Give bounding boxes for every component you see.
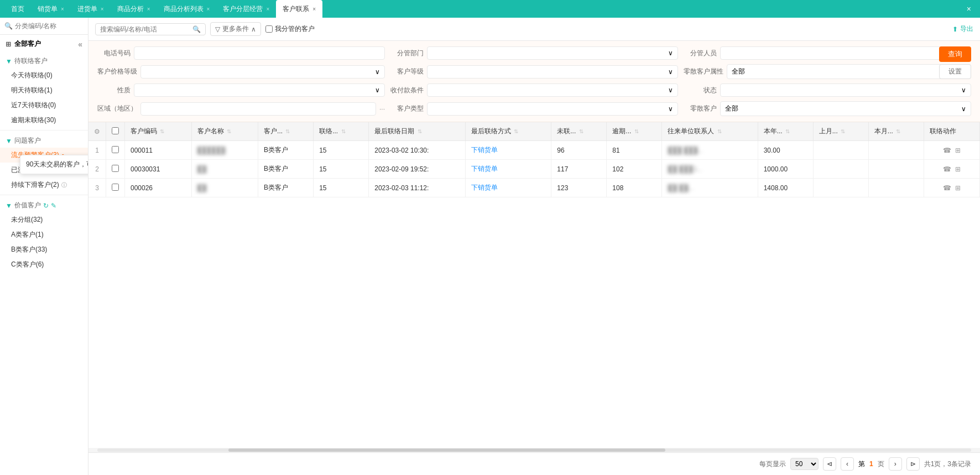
sidebar-item-class-c[interactable]: C类客户(6) <box>0 257 88 272</box>
next-page-btn[interactable]: › <box>889 457 902 471</box>
nav-purchase-order[interactable]: 进货单 × <box>71 0 111 18</box>
sidebar-item-overdue[interactable]: 逾期未联络(30) <box>0 113 88 128</box>
sidebar-item-class-b[interactable]: B类客户(33) <box>0 242 88 257</box>
sidebar-item-ungrouped[interactable]: 未分组(32) <box>0 212 88 227</box>
horizontal-scrollbar[interactable] <box>88 448 980 452</box>
col-this-month[interactable]: 本月... ⇅ <box>868 122 924 141</box>
filter-row-1: 电话号码 分管部门 ∨ 分管人员 ··· <box>97 46 971 60</box>
filter-retail-attr-select[interactable]: 全部 ∨ <box>727 64 971 79</box>
nav-customer-layer[interactable]: 客户分层经营 × <box>216 0 276 18</box>
row-uncontacted: 96 <box>551 141 607 160</box>
filter-dept-select[interactable]: ∨ <box>427 46 678 60</box>
row-last-method[interactable]: 下销货单 <box>465 141 551 160</box>
row-action-icons[interactable]: ☎ ⊞ <box>924 160 979 179</box>
sidebar-item-today[interactable]: 今天待联络(0) <box>0 68 88 83</box>
contact-icon[interactable]: ☎ <box>943 165 951 173</box>
sidebar-item-declining[interactable]: 持续下滑客户(2) ⓘ <box>0 178 88 192</box>
col-code[interactable]: 客户编码 ⇅ <box>125 122 192 141</box>
col-last-date[interactable]: 最后联络日期 ⇅ <box>369 122 465 141</box>
more-icon[interactable]: ⊞ <box>955 147 961 154</box>
sidebar-group-waiting[interactable]: ▼ 待联络客户 <box>0 53 88 68</box>
nav-product-analysis[interactable]: 商品分析 × <box>111 0 157 18</box>
filter-nature-select[interactable]: ∨ <box>134 83 385 97</box>
more-icon[interactable]: ⊞ <box>955 184 961 192</box>
row-checkbox-cell[interactable] <box>106 141 125 160</box>
filter-dots-region[interactable]: ··· <box>379 105 385 113</box>
close-purchase-order[interactable]: × <box>101 6 104 12</box>
more-conditions-button[interactable]: ▽ 更多条件 ∧ <box>210 22 261 36</box>
filter-retail-customer-select[interactable]: 全部 ∨ <box>720 101 971 116</box>
col-this-year[interactable]: 本年... ⇅ <box>758 122 813 141</box>
row-num: 3 <box>88 179 106 197</box>
close-sales-order[interactable]: × <box>61 6 64 12</box>
close-product-analysis[interactable]: × <box>147 6 150 12</box>
search-input[interactable] <box>100 25 190 33</box>
col-actions: 联络动作 <box>924 122 979 141</box>
sidebar-item-tomorrow[interactable]: 明天待联络(1) <box>0 83 88 98</box>
sidebar-group-problem[interactable]: ▼ 问题客户 <box>0 133 88 148</box>
col-contact[interactable]: 联络... ⇅ <box>314 122 369 141</box>
row-checkbox-cell[interactable] <box>106 179 125 197</box>
sidebar-item-week[interactable]: 近7天待联络(0) <box>0 98 88 113</box>
filter-status-select[interactable]: ∨ <box>720 83 971 97</box>
row-action-icons[interactable]: ☎ ⊞ <box>924 179 979 197</box>
settings-button[interactable]: 设置 <box>939 64 971 79</box>
filter-region-input[interactable] <box>140 102 376 116</box>
col-uncontacted[interactable]: 未联... ⇅ <box>551 122 607 141</box>
nav-customer-contact[interactable]: 客户联系 × <box>276 0 322 18</box>
row-last-method[interactable]: 下销货单 <box>465 179 551 197</box>
sidebar-group-value[interactable]: ▼ 价值客户 ↻ ✎ <box>0 197 88 212</box>
col-type[interactable]: 客户... ⇅ <box>258 122 314 141</box>
filter-customer-level-select[interactable]: ∨ <box>427 65 678 79</box>
filter-nature: 性质 ∨ <box>97 83 385 97</box>
row-checkbox[interactable] <box>112 146 119 153</box>
col-last-method[interactable]: 最后联络方式 ⇅ <box>465 122 551 141</box>
export-button[interactable]: ⬆ 导出 <box>952 24 973 34</box>
filter-customer-type-select[interactable]: ∨ <box>427 102 678 116</box>
row-last-method[interactable]: 下销货单 <box>465 160 551 179</box>
filter-price-level-select[interactable]: ∨ <box>140 65 385 79</box>
sidebar-search-input[interactable] <box>15 22 88 30</box>
col-checkbox[interactable] <box>106 122 125 141</box>
contact-icon[interactable]: ☎ <box>943 184 951 192</box>
window-close-button[interactable]: × <box>962 4 976 13</box>
query-button[interactable]: 查询 <box>939 46 971 62</box>
my-customers-checkbox[interactable]: 我分管的客户 <box>265 24 315 34</box>
col-overdue[interactable]: 逾期... ⇅ <box>607 122 662 141</box>
row-checkbox-cell[interactable] <box>106 160 125 179</box>
row-action-icons[interactable]: ☎ ⊞ <box>924 141 979 160</box>
row-last-date: 2023-02-09 19:52: <box>369 160 465 179</box>
sidebar-item-class-a[interactable]: A类客户(1) <box>0 227 88 242</box>
close-customer-contact[interactable]: × <box>312 6 316 12</box>
nav-product-analysis-list[interactable]: 商品分析列表 × <box>157 0 217 18</box>
close-customer-layer[interactable]: × <box>266 6 269 12</box>
my-customers-check[interactable] <box>265 25 273 33</box>
total-pages-label: 页 <box>878 460 884 469</box>
prev-page-btn[interactable]: ‹ <box>841 457 854 471</box>
scroll-thumb[interactable] <box>228 448 665 452</box>
grid-icon: ⊞ <box>6 40 11 48</box>
col-last-month[interactable]: 上月... ⇅ <box>813 122 868 141</box>
col-settings[interactable]: ⚙ <box>88 122 106 141</box>
all-customers-header[interactable]: ⊞ 全部客户 « <box>0 35 88 53</box>
last-page-btn[interactable]: ⊳ <box>906 457 920 471</box>
filter-phone-input[interactable] <box>134 46 385 60</box>
first-page-btn[interactable]: ⊲ <box>823 457 836 471</box>
close-product-analysis-list[interactable]: × <box>207 6 210 12</box>
nav-home[interactable]: 首页 <box>4 0 31 18</box>
edit-icon[interactable]: ✎ <box>51 202 56 210</box>
row-checkbox[interactable] <box>112 184 119 191</box>
row-name: ██ <box>191 160 258 179</box>
search-icon[interactable]: 🔍 <box>192 25 201 33</box>
row-checkbox[interactable] <box>112 165 119 172</box>
nav-sales-order[interactable]: 销货单 × <box>31 0 71 18</box>
more-icon[interactable]: ⊞ <box>955 165 961 173</box>
col-name[interactable]: 客户名称 ⇅ <box>191 122 258 141</box>
filter-payment-select[interactable]: ∨ <box>427 83 678 97</box>
select-all-checkbox[interactable] <box>112 127 119 134</box>
per-page-select[interactable]: 50 100 200 <box>790 458 819 470</box>
contact-icon[interactable]: ☎ <box>943 147 951 154</box>
refresh-icon[interactable]: ↻ <box>43 202 49 210</box>
filter-manager-input[interactable] <box>720 46 962 60</box>
col-liaison[interactable]: 往来单位联系人 ⇅ <box>662 122 758 141</box>
